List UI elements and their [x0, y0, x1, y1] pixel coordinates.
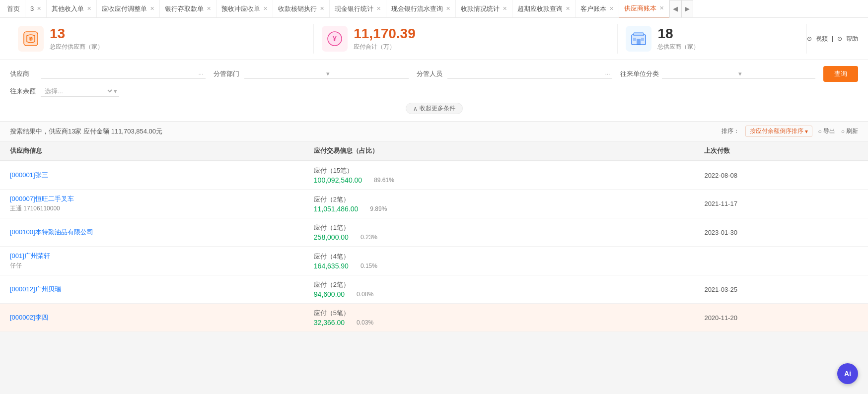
receipt-verify-close[interactable]: ✕ [320, 5, 324, 12]
supplier-cell: [000100]本特勤油品有限公司 [0, 218, 304, 247]
help-link[interactable]: 帮助 [846, 35, 858, 43]
supplier-link[interactable]: [000001]张三 [10, 171, 48, 179]
refresh-icon: ○ [841, 128, 845, 135]
ap-suppliers-icon: ¥ [18, 26, 44, 52]
ap-amount-label: 应付合计（万） [354, 43, 416, 51]
nav-tab-receipt-verify[interactable]: 收款核销执行 ✕ [273, 0, 330, 18]
overdue-ar-close[interactable]: ✕ [566, 5, 570, 12]
filter-category: 往来单位分类 ▾ [620, 69, 816, 79]
customer-ledger-label: 客户账本 [580, 4, 606, 13]
supplier-cell: [000002]李四 [0, 304, 304, 332]
supplier-label: 供应商 [10, 69, 38, 78]
supplier-link[interactable]: [000007]恒旺二手叉车 [10, 195, 74, 202]
tx-amount[interactable]: 94,600.00 [314, 290, 345, 298]
tx-cell: 应付（2笔）11,051,486.009.89% [304, 190, 695, 218]
tx-amount[interactable]: 100,092,540.00 [314, 176, 362, 184]
nav-tab-bank-deposit[interactable]: 银行存取款单 ✕ [160, 0, 217, 18]
supplier-sub: 仔仔 [10, 262, 294, 270]
receipt-stat-label: 收款情况统计 [461, 4, 500, 13]
top-navigation: 首页 3 ✕ 其他收入单 ✕ 应收应付调整单 ✕ 银行存取款单 ✕ 预收冲应收单… [0, 0, 868, 18]
total-suppliers-info: 18 总供应商（家） [657, 26, 699, 51]
person-ellipsis-icon[interactable]: ··· [605, 70, 610, 77]
category-label: 往来单位分类 [620, 69, 659, 78]
supplier-input[interactable] [43, 70, 198, 77]
nav-tab-supplier-ledger[interactable]: 供应商账本 ✕ [619, 0, 669, 18]
nav-tab-receipt-stat[interactable]: 收款情况统计 ✕ [456, 0, 512, 18]
export-icon: ○ [818, 128, 822, 135]
supplier-link[interactable]: [000012]广州贝瑞 [10, 285, 61, 293]
filter-row-1: 供应商 ··· 分管部门 ▾ 分管人员 ··· 往来单位分类 [10, 66, 858, 82]
nav-tab-prepay-ar[interactable]: 预收冲应收单 ✕ [217, 0, 273, 18]
dept-dropdown[interactable]: ▾ [244, 69, 409, 79]
cash-bank-stat-close[interactable]: ✕ [376, 5, 381, 12]
last-pay-cell: 2022-08-08 [694, 161, 868, 190]
last-pay-cell [694, 247, 868, 275]
supplier-ellipsis-icon[interactable]: ··· [198, 70, 203, 77]
customer-ledger-close[interactable]: ✕ [609, 5, 614, 12]
export-button[interactable]: ○ 导出 [818, 127, 835, 135]
table-row: [000007]恒旺二手叉车王通 17106110000应付（2笔）11,051… [0, 190, 868, 218]
refresh-button[interactable]: ○ 刷新 [841, 127, 858, 135]
top-links: ⊙ 视频 | ⊙ 帮助 [807, 35, 858, 43]
data-table-wrap: 供应商信息 应付交易信息（占比） 上次付数 [000001]张三应付（15笔）1… [0, 141, 868, 332]
balance-select[interactable]: 选择... [43, 87, 114, 95]
dept-chevron-icon: ▾ [326, 70, 407, 77]
ar-ap-adjust-close[interactable]: ✕ [150, 5, 154, 12]
nav-tab-home[interactable]: 首页 [2, 0, 25, 18]
collapse-button-area: ∧ 收起更多条件 [10, 101, 858, 117]
nav-arrow-left[interactable]: ◀ [669, 0, 681, 18]
nav-tab-ar-ap-adjust[interactable]: 应收应付调整单 ✕ [97, 0, 160, 18]
nav-tab-cash-bank-stat[interactable]: 现金银行统计 ✕ [330, 0, 386, 18]
tx-amount[interactable]: 258,000.00 [314, 233, 349, 241]
result-bar: 搜索结果中，供应商13家 应付金额 111,703,854.00元 排序： 按应… [0, 122, 868, 141]
tx-pct: 0.15% [361, 263, 377, 269]
nav-arrow-right[interactable]: ▶ [681, 0, 693, 18]
sort-button[interactable]: 按应付余额倒序排序 ▾ [745, 126, 812, 137]
nav-tab-cash-bank-flow[interactable]: 现金银行流水查询 ✕ [386, 0, 456, 18]
last-pay-date: 2023-01-30 [704, 229, 737, 236]
tx-label: 应付（4笔） [314, 252, 685, 261]
collapse-label: 收起更多条件 [420, 104, 455, 113]
last-pay-cell: 2021-03-25 [694, 275, 868, 304]
category-dropdown[interactable]: ▾ [662, 69, 816, 79]
ap-suppliers-label: 总应付供应商（家） [50, 43, 103, 51]
receipt-stat-close[interactable]: ✕ [503, 5, 507, 12]
supplier-link[interactable]: [000100]本特勤油品有限公司 [10, 228, 93, 236]
query-button[interactable]: 查询 [823, 66, 858, 82]
supplier-link[interactable]: [001]广州荣轩 [10, 252, 50, 260]
tx-amount[interactable]: 11,051,486.00 [314, 205, 359, 213]
stat-total-suppliers: 18 总供应商（家） [618, 24, 807, 54]
ar-ap-adjust-label: 应收应付调整单 [102, 4, 147, 13]
table-row: [000002]李四应付（5笔）32,366.000.03%2020-11-20 [0, 304, 868, 332]
export-label: 导出 [823, 127, 835, 135]
tx-amount[interactable]: 164,635.90 [314, 262, 349, 270]
nav-tab-other-income[interactable]: 其他收入单 ✕ [47, 0, 97, 18]
bank-deposit-label: 银行存取款单 [165, 4, 204, 13]
supplier-ledger-close[interactable]: ✕ [659, 5, 664, 11]
person-input-wrap[interactable]: ··· [447, 69, 612, 79]
bank-deposit-close[interactable]: ✕ [207, 5, 211, 12]
tab3-close[interactable]: ✕ [37, 5, 41, 12]
tx-amount[interactable]: 32,366.00 [314, 319, 345, 327]
supplier-input-wrap[interactable]: ··· [41, 69, 206, 79]
prepay-ar-close[interactable]: ✕ [263, 5, 268, 12]
collapse-button[interactable]: ∧ 收起更多条件 [406, 103, 463, 114]
tx-label: 应付（2笔） [314, 280, 685, 289]
ap-suppliers-number: 13 [50, 26, 103, 42]
svg-rect-6 [634, 33, 644, 36]
balance-select-wrap[interactable]: 选择... ▾ [41, 86, 119, 97]
cash-bank-flow-close[interactable]: ✕ [446, 5, 450, 12]
refresh-label: 刷新 [846, 127, 858, 135]
stats-bar: ¥ 13 总应付供应商（家） ¥ 11,170.39 应付合计（万） [0, 18, 868, 60]
nav-tab-3[interactable]: 3 ✕ [25, 0, 47, 18]
balance-label: 往来余额 [10, 87, 38, 96]
nav-tab-customer-ledger[interactable]: 客户账本 ✕ [576, 0, 619, 18]
filter-dept: 分管部门 ▾ [214, 69, 409, 79]
cash-bank-flow-label: 现金银行流水查询 [391, 4, 443, 13]
prepay-ar-label: 预收冲应收单 [221, 4, 260, 13]
video-link[interactable]: 视频 [816, 35, 828, 43]
nav-tab-overdue-ar[interactable]: 超期应收款查询 ✕ [512, 0, 576, 18]
supplier-link[interactable]: [000002]李四 [10, 314, 48, 321]
person-input[interactable] [449, 70, 605, 77]
other-income-close[interactable]: ✕ [87, 5, 91, 12]
